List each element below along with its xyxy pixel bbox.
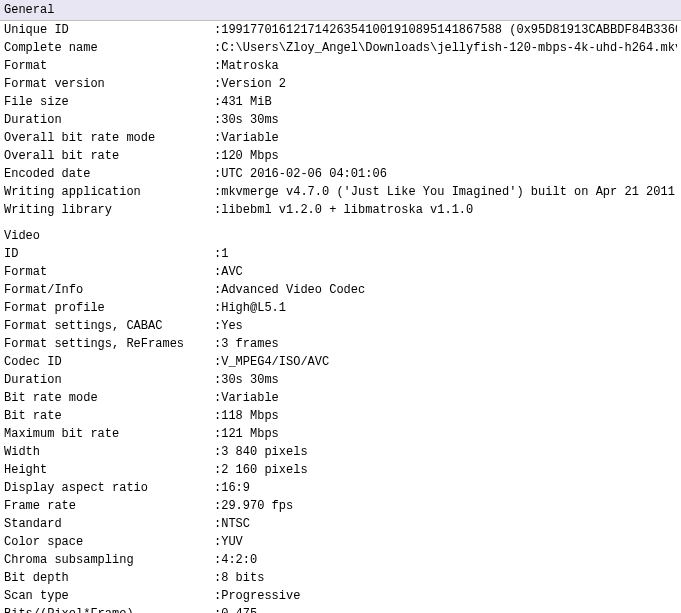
info-value: Variable — [221, 129, 279, 147]
info-label: Format — [4, 263, 214, 281]
info-row: Maximum bit rate: 121 Mbps — [4, 425, 677, 443]
colon: : — [214, 551, 221, 569]
info-label: Bit depth — [4, 569, 214, 587]
info-label: Writing library — [4, 201, 214, 219]
colon: : — [214, 605, 221, 613]
info-row: Format version: Version 2 — [4, 75, 677, 93]
section-header-video: Video — [0, 227, 681, 245]
info-label: Codec ID — [4, 353, 214, 371]
colon: : — [214, 281, 221, 299]
colon: : — [214, 57, 221, 75]
colon: : — [214, 21, 221, 39]
info-row: Format/Info: Advanced Video Codec — [4, 281, 677, 299]
info-value: Variable — [221, 389, 279, 407]
info-label: Color space — [4, 533, 214, 551]
info-value: 3 frames — [221, 335, 279, 353]
info-row: Format: Matroska — [4, 57, 677, 75]
info-row: Writing application: mkvmerge v4.7.0 ('J… — [4, 183, 677, 201]
info-row: File size: 431 MiB — [4, 93, 677, 111]
info-value: 120 Mbps — [221, 147, 279, 165]
colon: : — [214, 201, 221, 219]
info-row: Writing library: libebml v1.2.0 + libmat… — [4, 201, 677, 219]
info-value: Yes — [221, 317, 243, 335]
info-value: YUV — [221, 533, 243, 551]
info-value: Version 2 — [221, 75, 286, 93]
info-label: Writing application — [4, 183, 214, 201]
colon: : — [214, 129, 221, 147]
info-label: Format settings, CABAC — [4, 317, 214, 335]
info-label: Maximum bit rate — [4, 425, 214, 443]
info-row: Width: 3 840 pixels — [4, 443, 677, 461]
colon: : — [214, 353, 221, 371]
info-label: Bit rate mode — [4, 389, 214, 407]
colon: : — [214, 263, 221, 281]
info-row: ID: 1 — [4, 245, 677, 263]
info-value: 4:2:0 — [221, 551, 257, 569]
colon: : — [214, 335, 221, 353]
colon: : — [214, 425, 221, 443]
colon: : — [214, 443, 221, 461]
section-title: Video — [4, 229, 40, 243]
mediainfo-panel: General Unique ID: 199177016121714263541… — [0, 0, 681, 613]
info-row: Scan type: Progressive — [4, 587, 677, 605]
info-row: Format: AVC — [4, 263, 677, 281]
info-value: 118 Mbps — [221, 407, 279, 425]
colon: : — [214, 533, 221, 551]
colon: : — [214, 317, 221, 335]
colon: : — [214, 299, 221, 317]
info-value: 8 bits — [221, 569, 264, 587]
info-label: Duration — [4, 371, 214, 389]
info-label: Frame rate — [4, 497, 214, 515]
colon: : — [214, 407, 221, 425]
info-value: libebml v1.2.0 + libmatroska v1.1.0 — [221, 201, 473, 219]
info-value: 3 840 pixels — [221, 443, 307, 461]
info-value: AVC — [221, 263, 243, 281]
colon: : — [214, 165, 221, 183]
colon: : — [214, 111, 221, 129]
info-label: Format/Info — [4, 281, 214, 299]
colon: : — [214, 587, 221, 605]
info-label: Encoded date — [4, 165, 214, 183]
info-row: Complete name: C:\Users\Zloy_Angel\Downl… — [4, 39, 677, 57]
colon: : — [214, 93, 221, 111]
info-label: Format — [4, 57, 214, 75]
info-label: Duration — [4, 111, 214, 129]
info-label: Format profile — [4, 299, 214, 317]
colon: : — [214, 389, 221, 407]
info-row: Chroma subsampling: 4:2:0 — [4, 551, 677, 569]
info-row: Height: 2 160 pixels — [4, 461, 677, 479]
info-label: Complete name — [4, 39, 214, 57]
info-label: Unique ID — [4, 21, 214, 39]
info-label: Bits/(Pixel*Frame) — [4, 605, 214, 613]
info-label: File size — [4, 93, 214, 111]
info-value: V_MPEG4/ISO/AVC — [221, 353, 329, 371]
info-value: 0.475 — [221, 605, 257, 613]
info-value: 30s 30ms — [221, 111, 279, 129]
info-label: Display aspect ratio — [4, 479, 214, 497]
info-row: Format profile: High@L5.1 — [4, 299, 677, 317]
info-row: Duration: 30s 30ms — [4, 371, 677, 389]
section-body-video: ID: 1Format: AVCFormat/Info: Advanced Vi… — [0, 245, 681, 613]
info-row: Unique ID: 19917701612171426354100191089… — [4, 21, 677, 39]
colon: : — [214, 183, 221, 201]
info-row: Bits/(Pixel*Frame): 0.475 — [4, 605, 677, 613]
info-row: Overall bit rate mode: Variable — [4, 129, 677, 147]
info-value: NTSC — [221, 515, 250, 533]
info-label: Scan type — [4, 587, 214, 605]
info-value: 30s 30ms — [221, 371, 279, 389]
info-label: Format settings, ReFrames — [4, 335, 214, 353]
info-value: 431 MiB — [221, 93, 271, 111]
info-row: Frame rate: 29.970 fps — [4, 497, 677, 515]
info-row: Display aspect ratio: 16:9 — [4, 479, 677, 497]
section-body-general: Unique ID: 19917701612171426354100191089… — [0, 21, 681, 227]
info-row: Format settings, CABAC: Yes — [4, 317, 677, 335]
colon: : — [214, 569, 221, 587]
info-value: mkvmerge v4.7.0 ('Just Like You Imagined… — [221, 183, 675, 201]
info-label: Format version — [4, 75, 214, 93]
colon: : — [214, 147, 221, 165]
info-label: Overall bit rate — [4, 147, 214, 165]
info-row: Encoded date: UTC 2016-02-06 04:01:06 — [4, 165, 677, 183]
info-row: Bit rate: 118 Mbps — [4, 407, 677, 425]
info-value: 16:9 — [221, 479, 250, 497]
info-row: Duration: 30s 30ms — [4, 111, 677, 129]
